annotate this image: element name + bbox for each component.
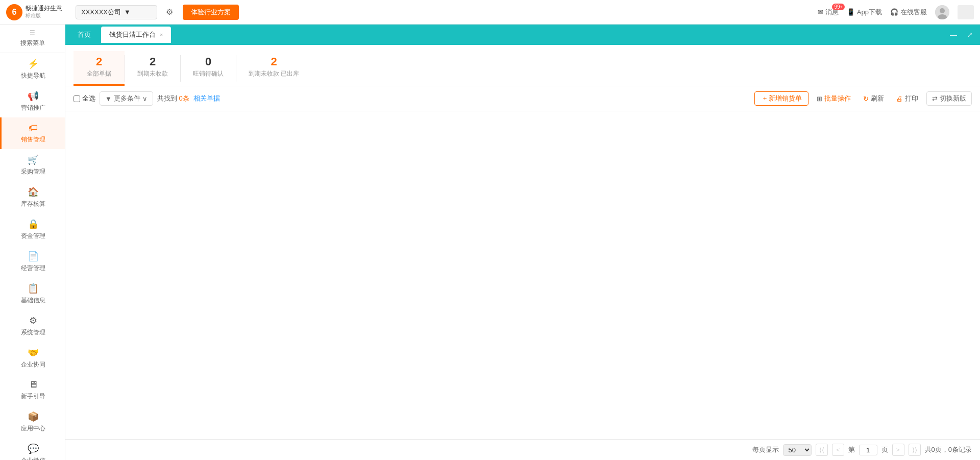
sidebar-item-basic[interactable]: 📋 基础信息 xyxy=(0,278,65,310)
sidebar-item-sales[interactable]: 🏷 销售管理 xyxy=(0,117,65,149)
user-name-area[interactable] xyxy=(958,5,974,19)
switch-version-button[interactable]: ⇄ 切换新版 xyxy=(926,91,972,106)
search-menu-button[interactable]: ☰ 搜索菜单 xyxy=(0,25,65,53)
top-header: 6 畅捷通好生意 标准版 XXXXXX公司 ▼ ⚙ 体验行业方案 ✉ 消息 99… xyxy=(0,0,980,25)
stat-all-label: 全部单据 xyxy=(87,69,111,78)
toolbar-right: + 新增销货单 ⊞ 批量操作 ↻ 刷新 🖨 打印 ⇄ 切换新版 xyxy=(754,91,972,106)
system-icon: ⚙ xyxy=(29,315,37,326)
tab-close-icon[interactable]: × xyxy=(160,32,163,38)
company-name: XXXXXX公司 xyxy=(81,8,121,17)
pagination-bar: 每页显示 50 100 200 ⟨⟨ ＜ 第 页 ＞ ⟩⟩ 共0页，0条记录 xyxy=(65,439,980,460)
stats-tabs: 2 全部单据 2 到期未收款 0 旺铺待确认 2 到期未收款 已出库 xyxy=(65,45,980,86)
refresh-icon: ↻ xyxy=(863,95,869,103)
stat-tab-pending[interactable]: 0 旺铺待确认 xyxy=(181,51,236,86)
tab-minimize-button[interactable]: — xyxy=(947,29,960,41)
stat-pending-num: 0 xyxy=(205,55,211,68)
header-right: ✉ 消息 99 📱 App下载 🎧 在线客服 xyxy=(818,5,974,19)
message-button[interactable]: ✉ 消息 99 xyxy=(818,8,839,17)
page-label: 第 xyxy=(848,445,855,454)
logo-sub: 标准版 xyxy=(26,12,62,19)
wechat-icon: 💬 xyxy=(28,443,39,454)
batch-icon: ⊞ xyxy=(817,95,822,103)
message-icon: ✉ xyxy=(818,8,823,16)
logo-text: 畅捷通好生意 xyxy=(26,5,62,13)
related-records-link[interactable]: 相关单据 xyxy=(193,94,220,103)
sidebar-item-guide[interactable]: 🖥 新手引导 xyxy=(0,374,65,406)
stat-overdue-out-label: 到期未收款 已出库 xyxy=(249,69,299,78)
sidebar-item-operations[interactable]: 📄 经营管理 xyxy=(0,246,65,278)
quick-nav-icon: ⚡ xyxy=(28,58,39,69)
app-download-button[interactable]: 📱 App下载 xyxy=(847,8,882,17)
settings-button[interactable]: ⚙ xyxy=(161,4,178,20)
sidebar-item-system[interactable]: ⚙ 系统管理 xyxy=(0,310,65,342)
sidebar-item-quick-nav[interactable]: ⚡ 快捷导航 xyxy=(0,53,65,85)
logo-area: 6 畅捷通好生意 标准版 xyxy=(6,4,71,20)
page-suffix: 页 xyxy=(881,445,888,454)
logo-icon: 6 xyxy=(6,4,22,20)
add-sales-order-button[interactable]: + 新增销货单 xyxy=(754,91,808,106)
tab-bar: 首页 钱货日清工作台 × — ⤢ xyxy=(65,25,980,45)
experience-button[interactable]: 体验行业方案 xyxy=(183,5,239,20)
refresh-button[interactable]: ↻ 刷新 xyxy=(859,92,888,105)
service-icon: 🎧 xyxy=(890,8,898,16)
guide-icon: 🖥 xyxy=(29,379,38,390)
filter-button[interactable]: ▼ 更多条件 ∨ xyxy=(100,91,153,106)
sidebar-item-inventory[interactable]: 🏠 库存核算 xyxy=(0,181,65,213)
message-badge: 99 xyxy=(832,4,844,10)
sidebar-item-funds[interactable]: 🔒 资金管理 xyxy=(0,213,65,246)
sidebar-item-wechat[interactable]: 💬 企业微信 xyxy=(0,438,65,460)
sidebar-item-marketing[interactable]: 📢 营销推广 xyxy=(0,85,65,117)
page-size-select[interactable]: 50 100 200 xyxy=(783,444,812,456)
company-selector[interactable]: XXXXXX公司 ▼ xyxy=(76,5,157,19)
sidebar-item-apps[interactable]: 📦 应用中心 xyxy=(0,406,65,438)
search-icon: ☰ xyxy=(30,30,35,37)
tab-expand-button[interactable]: ⤢ xyxy=(964,29,976,41)
count-text: 共找到 0条 xyxy=(157,94,189,103)
chevron-down-icon: ▼ xyxy=(124,8,131,16)
stat-all-num: 2 xyxy=(96,55,102,68)
page-input[interactable] xyxy=(859,445,877,455)
inventory-icon: 🏠 xyxy=(28,186,39,198)
filter-icon: ▼ xyxy=(105,95,112,103)
total-label: 共0页，0条记录 xyxy=(925,445,972,454)
select-all-checkbox[interactable]: 全选 xyxy=(74,94,95,103)
tab-active[interactable]: 钱货日清工作台 × xyxy=(101,27,171,43)
stat-tab-overdue-out[interactable]: 2 到期未收款 已出库 xyxy=(236,51,311,86)
print-icon: 🖨 xyxy=(896,95,903,103)
sales-icon: 🏷 xyxy=(29,123,38,133)
active-tab-label: 钱货日清工作台 xyxy=(109,30,156,39)
marketing-icon: 📢 xyxy=(28,90,39,102)
avatar[interactable] xyxy=(935,5,949,19)
tab-home[interactable]: 首页 xyxy=(69,27,99,43)
last-page-button[interactable]: ⟩⟩ xyxy=(909,444,921,456)
apps-icon: 📦 xyxy=(28,411,39,422)
main-content: 首页 钱货日清工作台 × — ⤢ 2 全部单据 2 到期未收款 0 xyxy=(65,25,980,460)
next-page-button[interactable]: ＞ xyxy=(892,444,904,456)
stat-tab-all[interactable]: 2 全部单据 xyxy=(74,51,125,86)
funds-icon: 🔒 xyxy=(28,219,39,230)
enterprise-icon: 🤝 xyxy=(28,347,39,358)
stat-overdue-num: 2 xyxy=(150,55,156,68)
sidebar-item-enterprise[interactable]: 🤝 企业协同 xyxy=(0,342,65,374)
stat-overdue-out-num: 2 xyxy=(271,55,277,68)
sidebar-item-purchase[interactable]: 🛒 采购管理 xyxy=(0,149,65,181)
stat-overdue-label: 到期未收款 xyxy=(137,69,168,78)
toolbar: 全选 ▼ 更多条件 ∨ 共找到 0条 相关单据 + 新增销货单 xyxy=(65,86,980,111)
print-button[interactable]: 🖨 打印 xyxy=(892,92,922,105)
content-area: 2 全部单据 2 到期未收款 0 旺铺待确认 2 到期未收款 已出库 xyxy=(65,45,980,460)
tab-bar-actions: — ⤢ xyxy=(947,29,976,41)
page-size-label: 每页显示 xyxy=(752,445,779,454)
batch-operation-button[interactable]: ⊞ 批量操作 xyxy=(813,92,855,105)
stat-tab-overdue[interactable]: 2 到期未收款 xyxy=(125,51,180,86)
count-num: 0条 xyxy=(179,94,189,102)
sidebar: ☰ 搜索菜单 ⚡ 快捷导航 📢 营销推广 🏷 销售管理 🛒 采购管理 🏠 库存核… xyxy=(0,25,65,460)
stat-pending-label: 旺铺待确认 xyxy=(193,69,224,78)
select-all-input[interactable] xyxy=(74,95,80,102)
first-page-button[interactable]: ⟨⟨ xyxy=(816,444,828,456)
chevron-icon: ∨ xyxy=(142,95,148,103)
purchase-icon: 🛒 xyxy=(28,154,39,165)
switch-icon: ⇄ xyxy=(932,95,938,103)
online-service-button[interactable]: 🎧 在线客服 xyxy=(890,8,927,17)
prev-page-button[interactable]: ＜ xyxy=(832,444,844,456)
basic-icon: 📋 xyxy=(28,283,39,294)
